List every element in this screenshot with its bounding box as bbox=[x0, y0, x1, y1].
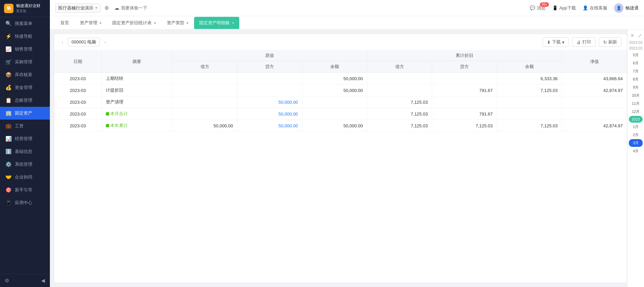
cell-accum-credit: 791.67 bbox=[432, 108, 497, 120]
guide-icon: 🎯 bbox=[5, 187, 11, 193]
settings-icon[interactable]: ⚙ bbox=[104, 5, 109, 11]
experience-label: 我要体验一下 bbox=[121, 5, 147, 11]
sidebar-label: 销售管理 bbox=[15, 46, 32, 52]
timeline-month-11[interactable]: 3月 bbox=[629, 139, 643, 147]
download-btn[interactable]: ⬇ 下载 ▾ bbox=[543, 37, 569, 47]
timeline-month-5[interactable]: 10月 bbox=[627, 92, 644, 99]
cell-accum-balance bbox=[497, 96, 562, 108]
tab-fixed-asset-detail[interactable]: 固定资产明细账× bbox=[194, 17, 239, 29]
timeline-month-0[interactable]: 5月 bbox=[627, 51, 644, 59]
sidebar-item-quick-nav[interactable]: ⚡快捷导航 bbox=[0, 30, 50, 43]
cell-orig-balance: 50,000.00 bbox=[302, 73, 367, 85]
user-menu[interactable]: 👤 畅捷通 bbox=[614, 3, 639, 13]
quick-nav-icon: ⚡ bbox=[5, 33, 11, 39]
sidebar-label: 搜索菜单 bbox=[15, 21, 32, 27]
cell-accum-credit: 7,125.03 bbox=[432, 120, 497, 132]
fixed-assets-icon: 🏢 bbox=[5, 110, 11, 116]
col-accum-debit: 借方 bbox=[367, 61, 432, 73]
cell-orig-balance: 50,000.00 bbox=[302, 120, 367, 132]
tab-asset-mgmt[interactable]: 资产管理× bbox=[75, 17, 106, 29]
timeline-month-9[interactable]: 1月 bbox=[627, 123, 644, 131]
table-container: ‹ 000001 电脑 › ⬇ 下载 ▾ 🖨 打印 ↻ 刷新 bbox=[54, 34, 627, 283]
print-btn[interactable]: 🖨 打印 bbox=[572, 37, 595, 47]
sidebar-item-search[interactable]: 🔍搜索菜单 bbox=[0, 17, 50, 30]
sidebar-item-system[interactable]: ⚙️系统管理 bbox=[0, 158, 50, 171]
cell-date: 2023-03 bbox=[54, 120, 101, 132]
app-center-icon: 📱 bbox=[5, 200, 11, 206]
tab-close-icon[interactable]: × bbox=[99, 21, 101, 25]
timeline-month-1[interactable]: 6月 bbox=[627, 59, 644, 67]
collapse-icon[interactable]: ◀ bbox=[41, 278, 45, 284]
online-service-btn[interactable]: 👤 在线客服 bbox=[583, 5, 607, 11]
timeline-month-4[interactable]: 9月 bbox=[627, 84, 644, 91]
close-panel-btn[interactable]: ✕ bbox=[629, 32, 635, 38]
download-label: 下载 bbox=[552, 39, 561, 45]
experience-btn[interactable]: ☁ 我要体验一下 bbox=[114, 5, 147, 11]
tab-home[interactable]: 首页 bbox=[55, 17, 74, 29]
expand-panel-btn[interactable]: ⤢ bbox=[637, 32, 643, 38]
tabs-bar: 首页资产管理×固定资产折旧统计表×资产类型×固定资产明细账× bbox=[50, 16, 644, 30]
username: 畅捷通 bbox=[625, 5, 639, 11]
prev-asset-btn[interactable]: ‹ bbox=[60, 39, 65, 45]
tab-depreciation-stats[interactable]: 固定资产折旧统计表× bbox=[107, 17, 161, 29]
sidebar-item-fixed-assets[interactable]: 🏢固定资产 bbox=[0, 107, 50, 120]
sidebar-logo: 畅 畅捷通好业财 普及版 bbox=[0, 0, 50, 17]
cell-net-value bbox=[562, 96, 627, 108]
sidebar-item-sales[interactable]: 📈销售管理 bbox=[0, 43, 50, 56]
sidebar-item-general-ledger[interactable]: 📋总账管理 bbox=[0, 94, 50, 107]
table-row: 2023-03 本年累计 50,000.00 50,000.00 50,000.… bbox=[54, 120, 627, 132]
sidebar-item-capital[interactable]: 💰资金管理 bbox=[0, 81, 50, 94]
timeline-year-label-1: 2023.03 bbox=[628, 40, 644, 45]
col-accum-credit: 贷方 bbox=[432, 61, 497, 73]
sidebar-item-enterprise[interactable]: 🤝企业协同 bbox=[0, 171, 50, 184]
tab-asset-type[interactable]: 资产类型× bbox=[162, 17, 193, 29]
timeline-month-3[interactable]: 8月 bbox=[627, 75, 644, 83]
cell-orig-credit: 50,000.00 bbox=[237, 108, 302, 120]
refresh-btn[interactable]: ↻ 刷新 bbox=[599, 37, 621, 47]
cell-accum-debit bbox=[367, 73, 432, 85]
sidebar-item-purchase[interactable]: 🛒采购管理 bbox=[0, 56, 50, 68]
table-row: 2023-03 资产清理 50,000.00 7,125.03 bbox=[54, 96, 627, 108]
settings-icon[interactable]: ⚙ bbox=[5, 278, 9, 284]
timeline-month-7[interactable]: 12月 bbox=[627, 108, 644, 116]
next-asset-btn[interactable]: › bbox=[102, 39, 108, 45]
cell-accum-debit: 7,125.03 bbox=[367, 96, 432, 108]
cell-accum-credit: 791.67 bbox=[432, 85, 497, 96]
notification-btn[interactable]: 💬 消息 99+ bbox=[530, 5, 546, 11]
sidebar-item-guide[interactable]: 🎯新手引导 bbox=[0, 184, 50, 196]
capital-icon: 💰 bbox=[5, 85, 11, 91]
timeline-month-8[interactable]: 2023 bbox=[629, 116, 643, 123]
company-chevron-icon: ▾ bbox=[95, 6, 97, 10]
col-original-value: 原值 bbox=[172, 51, 367, 61]
company-name: 医疗器械行业演示 bbox=[58, 5, 93, 11]
timeline-month-12[interactable]: 4月 bbox=[627, 147, 644, 155]
sidebar-label: 采购管理 bbox=[15, 59, 32, 65]
cell-net-value: 42,874.97 bbox=[562, 120, 627, 132]
timeline-month-10[interactable]: 2月 bbox=[627, 131, 644, 139]
sidebar-footer: ⚙ ◀ bbox=[0, 274, 50, 287]
tab-close-icon[interactable]: × bbox=[232, 21, 234, 25]
sidebar-item-app-center[interactable]: 📱应用中心 bbox=[0, 196, 50, 209]
col-net-value: 净值 bbox=[562, 51, 627, 73]
topbar: 医疗器械行业演示 ▾ ⚙ ☁ 我要体验一下 💬 消息 99+ 📱 App下载 👤… bbox=[50, 0, 644, 16]
sidebar-item-basic-info[interactable]: ℹ️基础信息 bbox=[0, 145, 50, 158]
sidebar-item-operations[interactable]: 📊经营管理 bbox=[0, 132, 50, 145]
timeline-month-6[interactable]: 11月 bbox=[627, 100, 644, 107]
tab-close-icon[interactable]: × bbox=[186, 21, 188, 25]
cell-summary: 上期结转 bbox=[101, 73, 172, 85]
ledger-table: 日期 摘要 原值 累计折旧 净值 借方 贷方 余额 借方 贷方 余额 bbox=[54, 51, 627, 132]
sidebar-item-payroll[interactable]: 💼工资 bbox=[0, 120, 50, 132]
company-selector[interactable]: 医疗器械行业演示 ▾ bbox=[55, 3, 100, 13]
timeline-month-2[interactable]: 7月 bbox=[627, 67, 644, 75]
app-download-btn[interactable]: 📱 App下载 bbox=[552, 5, 576, 11]
data-table: 日期 摘要 原值 累计折旧 净值 借方 贷方 余额 借方 贷方 余额 bbox=[54, 51, 627, 283]
app-download-label: App下载 bbox=[559, 5, 576, 11]
sidebar-label: 快捷导航 bbox=[15, 33, 32, 39]
cell-summary: 本月合计 bbox=[101, 108, 172, 120]
sidebar-item-inventory[interactable]: 📦库存核算 bbox=[0, 68, 50, 81]
col-date: 日期 bbox=[54, 51, 101, 73]
tab-close-icon[interactable]: × bbox=[154, 21, 156, 25]
cell-summary: 资产清理 bbox=[101, 96, 172, 108]
enterprise-icon: 🤝 bbox=[5, 174, 11, 180]
sidebar-label: 经营管理 bbox=[15, 136, 32, 142]
